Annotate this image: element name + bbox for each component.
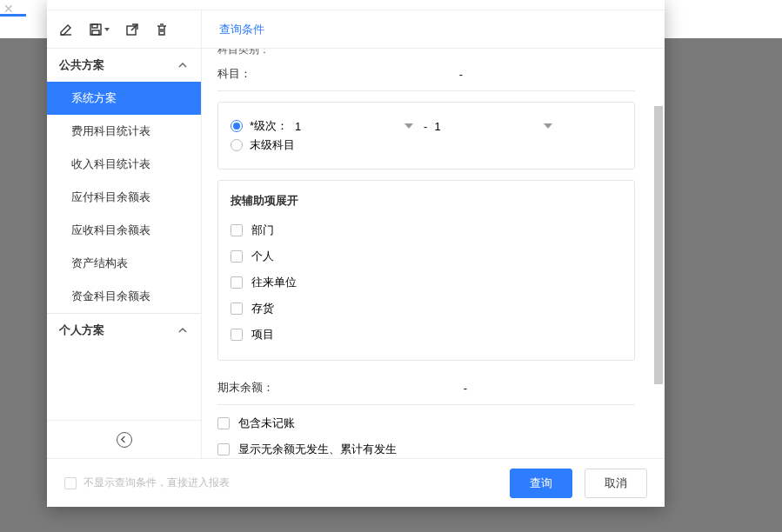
subject-label: 科目： [217,66,287,82]
open-external-icon[interactable] [125,23,139,37]
sidebar-item-label: 费用科目统计表 [71,124,150,137]
sidebar-item-label: 资金科目余额表 [71,289,150,303]
ending-balance-row: 期末余额： - [217,371,635,405]
checkbox-disabled[interactable] [64,477,77,489]
sidebar-item-receivable[interactable]: 应收科目余额表 [47,214,201,247]
checkbox[interactable] [231,329,243,341]
public-scheme-label: 公共方案 [59,57,104,73]
aux-item-partner[interactable]: 往来单位 [231,269,622,296]
checkbox[interactable] [231,250,243,263]
include-unposted-row[interactable]: 包含未记账 [217,410,635,436]
level-radio-row[interactable]: *级次： 1 - 1 [231,118,622,134]
aux-label: 个人 [251,249,274,264]
level-from-value: 1 [295,120,301,133]
save-icon [89,23,103,37]
sidebar-spacer [47,347,201,420]
modal-footer: 不显示查询条件，直接进入报表 查询 取消 [47,458,665,507]
balance-value[interactable]: - [296,382,635,395]
chevron-down-icon [104,28,110,31]
public-scheme-list: 系统方案 费用科目统计表 收入科目统计表 应付科目余额表 应收科目余额表 资产结… [47,82,201,313]
show-zero-label: 显示无余额无发生、累计有发生 [238,442,397,457]
aux-panel-title: 按辅助项展开 [231,193,622,209]
modal-header [47,0,665,10]
sidebar-item-label: 资产结构表 [71,256,128,269]
level-from-select[interactable]: 1 [295,120,417,133]
sidebar-item-label: 应付科目余额表 [71,190,150,203]
sidebar-item-label: 系统方案 [71,91,117,104]
modal-body: 公共方案 系统方案 费用科目统计表 收入科目统计表 应付科目余额表 应收科目余额… [47,10,665,458]
last-level-label: 末级科目 [250,137,295,153]
checkbox[interactable] [217,443,230,456]
include-unposted-label: 包含未记账 [238,416,295,431]
delete-icon[interactable] [155,23,169,37]
subject-row: 科目： - [217,57,635,91]
content-pane: 查询条件 科目类别： 科目： - *级次： 1 [202,10,665,458]
svg-rect-2 [92,30,99,35]
truncated-field-label: 科目类别： [217,49,270,57]
checkbox[interactable] [231,224,243,236]
scrollbar-thumb[interactable] [654,106,663,384]
aux-label: 往来单位 [251,275,297,290]
tab-bar: 查询条件 [202,10,665,49]
personal-scheme-label: 个人方案 [59,323,104,338]
aux-panel: 按辅助项展开 部门 个人 往来单位 存货 项目 [217,180,635,361]
tab-query-conditions[interactable]: 查询条件 [217,22,266,48]
sidebar-item-label: 收入科目统计表 [71,157,150,170]
submit-label: 查询 [530,475,552,491]
form-scroll-area: 科目类别： 科目： - *级次： 1 - [202,49,665,458]
aux-label: 部门 [251,223,274,238]
submit-button[interactable]: 查询 [510,469,572,498]
chevron-left-circle-icon [117,432,132,448]
sidebar-item-payable[interactable]: 应付科目余额表 [47,181,201,214]
cancel-button[interactable]: 取消 [585,469,647,498]
skip-query-label: 不显示查询条件，直接进入报表 [84,475,230,490]
edit-icon[interactable] [59,23,73,37]
level-to-select[interactable]: 1 [434,120,556,133]
sidebar-item-label: 应收科目余额表 [71,223,150,236]
sidebar-item-fund[interactable]: 资金科目余额表 [47,280,201,313]
svg-rect-1 [92,24,97,28]
sidebar-item-income[interactable]: 收入科目统计表 [47,148,201,181]
scheme-toolbar [47,10,201,49]
level-label: *级次： [250,118,288,134]
level-separator: - [424,120,427,133]
checkbox[interactable] [217,417,230,429]
aux-item-inventory[interactable]: 存货 [231,296,622,322]
checkbox[interactable] [231,303,243,315]
form-inner: 科目类别： 科目： - *级次： 1 - [202,49,651,458]
radio-last-level[interactable] [231,139,243,151]
sidebar-collapse-button[interactable] [47,420,201,458]
chevron-down-icon [544,123,552,129]
balance-label: 期末余额： [217,380,296,396]
aux-label: 项目 [251,327,274,342]
sidebar-item-system[interactable]: 系统方案 [47,82,201,115]
aux-item-dept[interactable]: 部门 [231,217,622,243]
close-icon[interactable]: ✕ [3,2,14,16]
skip-query-option[interactable]: 不显示查询条件，直接进入报表 [64,475,230,490]
aux-item-person[interactable]: 个人 [231,243,622,269]
aux-item-project[interactable]: 项目 [231,322,622,348]
cancel-label: 取消 [605,475,627,491]
sidebar: 公共方案 系统方案 费用科目统计表 收入科目统计表 应付科目余额表 应收科目余额… [47,10,202,458]
level-to-value: 1 [434,120,440,133]
show-zero-row[interactable]: 显示无余额无发生、累计有发生 [217,436,635,458]
chevron-up-icon [177,324,189,336]
level-panel: *级次： 1 - 1 [217,102,635,170]
subject-value[interactable]: - [287,68,635,81]
chevron-down-icon [404,123,413,129]
personal-scheme-header[interactable]: 个人方案 [47,313,201,347]
last-level-radio-row[interactable]: 末级科目 [231,137,622,153]
query-modal: 公共方案 系统方案 费用科目统计表 收入科目统计表 应付科目余额表 应收科目余额… [47,0,665,507]
save-button[interactable] [89,23,110,37]
public-scheme-header[interactable]: 公共方案 [47,49,201,82]
radio-level[interactable] [231,120,243,132]
aux-label: 存货 [251,301,274,316]
sidebar-item-asset[interactable]: 资产结构表 [47,247,201,280]
checkbox[interactable] [231,276,243,289]
chevron-up-icon [177,59,189,71]
sidebar-item-expense[interactable]: 费用科目统计表 [47,115,201,148]
